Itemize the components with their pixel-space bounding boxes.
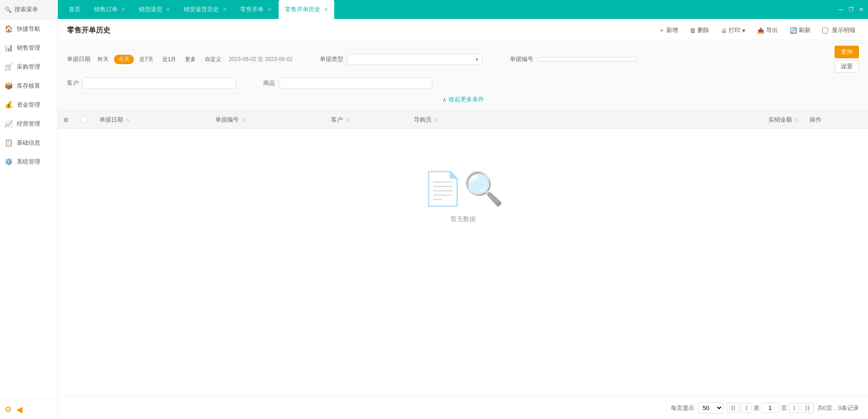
page-prefix-label: 第 bbox=[754, 404, 759, 412]
tab-retail-history[interactable]: 零售开单历史 ✕ bbox=[279, 0, 334, 19]
empty-state: 📄🔍 暂无数据 bbox=[63, 133, 863, 259]
sidebar-item-system[interactable]: ⚙️ 系统管理 bbox=[0, 152, 57, 171]
sort-guide-icon[interactable]: ⇅ bbox=[434, 117, 438, 122]
page-suffix-label: 页 bbox=[781, 404, 787, 412]
sort-actual-amount-icon[interactable]: ⇅ bbox=[795, 117, 799, 122]
collapse-more-button[interactable]: ∧ 收起更多条件 bbox=[442, 95, 484, 104]
settings-button[interactable]: 设置 bbox=[835, 60, 859, 73]
date-btn-today[interactable]: 今天 bbox=[114, 55, 134, 64]
sidebar: 🔍 搜索菜单 🏠 快捷导航 📊 销售管理 🛒 采购管理 📦 库存核算 💰 资金管… bbox=[0, 0, 58, 419]
date-filter: 单据日期 昨天 今天 近7天 近1月 更多 自定义 2023-06-02 至 2… bbox=[67, 55, 293, 64]
tab-retail-open-label: 零售开单 bbox=[240, 5, 264, 14]
export-label: 导出 bbox=[766, 26, 778, 34]
minimize-button[interactable]: — bbox=[838, 6, 843, 13]
sort-date-icon[interactable]: ⇅ bbox=[126, 117, 130, 122]
add-button[interactable]: ＋ 新增 bbox=[655, 24, 682, 36]
tab-retail-open-close[interactable]: ✕ bbox=[267, 7, 271, 13]
th-operation: 操作 bbox=[804, 111, 868, 129]
first-page-button[interactable]: ⟨⟨ bbox=[727, 403, 740, 413]
page-header: 零售开单历史 ＋ 新增 🗑 删除 🖨 打印 ▾ 📤 导出 bbox=[58, 19, 868, 40]
next-page-button[interactable]: ⟩ bbox=[789, 403, 799, 413]
tab-home[interactable]: 首页 bbox=[62, 0, 87, 19]
tab-sales-return-close[interactable]: ✕ bbox=[166, 7, 170, 13]
print-dropdown-icon[interactable]: ▾ bbox=[742, 27, 745, 34]
restore-button[interactable]: ❐ bbox=[849, 6, 854, 13]
header-actions: ＋ 新增 🗑 删除 🖨 打印 ▾ 📤 导出 🔄 bbox=[655, 24, 859, 36]
sales-icon: 📊 bbox=[5, 44, 13, 52]
collapse-sidebar-button[interactable]: ◀ bbox=[16, 405, 23, 414]
th-actual-amount-label: 实销金额 bbox=[768, 116, 792, 123]
table-header: ⚙ 单据日期 ⇅ 单据编号 ⇅ bbox=[58, 111, 868, 129]
th-date: 单据日期 ⇅ bbox=[94, 111, 210, 129]
sidebar-item-sales-mgmt[interactable]: 📊 销售管理 bbox=[0, 38, 57, 57]
th-actual-amount: 实销金额 ⇅ bbox=[688, 111, 804, 129]
per-page-select[interactable]: 50 10 20 100 bbox=[698, 402, 723, 414]
tab-sales-order[interactable]: 销售订单 ✕ bbox=[88, 0, 132, 19]
sidebar-item-label: 库存核算 bbox=[17, 82, 40, 90]
order-no-input[interactable] bbox=[537, 57, 636, 61]
empty-state-row: 📄🔍 暂无数据 bbox=[58, 129, 868, 264]
sidebar-item-operations[interactable]: 📈 经营管理 bbox=[0, 114, 57, 133]
order-type-select[interactable]: ▾ bbox=[347, 54, 483, 65]
delete-label: 删除 bbox=[697, 26, 709, 34]
filter-row-1: 单据日期 昨天 今天 近7天 近1月 更多 自定义 2023-06-02 至 2… bbox=[67, 46, 859, 73]
product-input[interactable]: ... bbox=[279, 77, 432, 89]
refresh-icon: 🔄 bbox=[790, 27, 797, 34]
tab-home-label: 首页 bbox=[69, 5, 81, 14]
customer-label: 客户 bbox=[67, 79, 79, 87]
date-btn-yesterday[interactable]: 昨天 bbox=[94, 55, 112, 64]
content-area: 零售开单历史 ＋ 新增 🗑 删除 🖨 打印 ▾ 📤 导出 bbox=[58, 19, 868, 419]
query-button[interactable]: 查询 bbox=[835, 46, 859, 58]
th-settings: ⚙ bbox=[58, 111, 76, 129]
last-page-button[interactable]: ⟩⟩ bbox=[801, 403, 814, 413]
tab-sales-return-history[interactable]: 销货退货历史 ✕ bbox=[177, 0, 233, 19]
date-btn-more[interactable]: 更多 bbox=[181, 55, 199, 64]
date-btn-last7[interactable]: 近7天 bbox=[136, 55, 157, 64]
sidebar-item-label: 经营管理 bbox=[17, 120, 40, 128]
table-settings-icon[interactable]: ⚙ bbox=[63, 117, 69, 123]
collapse-row: ∧ 收起更多条件 bbox=[67, 93, 859, 105]
th-order-no-label: 单据编号 bbox=[215, 116, 239, 123]
sort-order-no-icon[interactable]: ⇅ bbox=[242, 117, 246, 122]
tab-sales-return[interactable]: 销货退货 ✕ bbox=[133, 0, 176, 19]
print-button[interactable]: 🖨 打印 ▾ bbox=[717, 24, 749, 36]
display-detail-toggle[interactable]: 显示明细 bbox=[819, 24, 859, 36]
close-button[interactable]: ✕ bbox=[859, 6, 863, 13]
delete-button[interactable]: 🗑 删除 bbox=[686, 24, 713, 36]
date-shortcuts: 昨天 今天 近7天 近1月 更多 自定义 bbox=[94, 55, 225, 64]
sidebar-item-basic-info[interactable]: 📋 基础信息 bbox=[0, 133, 57, 152]
settings-bottom-button[interactable]: ⚙ bbox=[5, 405, 12, 414]
th-customer: 客户 ⇅ bbox=[326, 111, 408, 129]
refresh-button[interactable]: 🔄 刷新 bbox=[786, 24, 814, 36]
page-title: 零售开单历史 bbox=[67, 26, 110, 35]
date-btn-last-month[interactable]: 近1月 bbox=[159, 55, 180, 64]
customer-input[interactable]: ... bbox=[82, 77, 236, 89]
sort-customer-icon[interactable]: ⇅ bbox=[346, 117, 350, 122]
main-area: 首页 销售订单 ✕ 销货退货 ✕ 销货退货历史 ✕ 零售开单 ✕ 零售开单历史 … bbox=[58, 0, 868, 419]
export-button[interactable]: 📤 导出 bbox=[754, 24, 782, 36]
sidebar-search-label: 搜索菜单 bbox=[14, 5, 38, 14]
sidebar-item-finance[interactable]: 💰 资金管理 bbox=[0, 95, 57, 114]
prev-page-button[interactable]: ⟨ bbox=[741, 403, 752, 413]
date-label: 单据日期 bbox=[67, 55, 90, 63]
sidebar-search[interactable]: 🔍 搜索菜单 bbox=[0, 0, 57, 19]
sidebar-item-label: 资金管理 bbox=[17, 101, 40, 109]
display-detail-checkbox[interactable] bbox=[822, 28, 828, 33]
data-table: ⚙ 单据日期 ⇅ 单据编号 ⇅ bbox=[58, 111, 868, 264]
sidebar-item-inventory[interactable]: 📦 库存核算 bbox=[0, 76, 57, 95]
date-btn-custom[interactable]: 自定义 bbox=[201, 55, 225, 64]
tab-retail-history-close[interactable]: ✕ bbox=[324, 7, 328, 13]
tab-sales-return-history-close[interactable]: ✕ bbox=[223, 7, 227, 13]
per-page-label: 每页显示 bbox=[671, 404, 694, 412]
order-type-label: 单据类型 bbox=[320, 55, 343, 63]
page-number-input[interactable] bbox=[761, 403, 779, 413]
add-label: 新增 bbox=[666, 26, 678, 34]
table-header-row: ⚙ 单据日期 ⇅ 单据编号 ⇅ bbox=[58, 111, 868, 129]
sidebar-item-label: 基础信息 bbox=[17, 139, 40, 147]
table-body: 📄🔍 暂无数据 bbox=[58, 129, 868, 264]
tab-retail-open[interactable]: 零售开单 ✕ bbox=[234, 0, 278, 19]
sidebar-item-purchase-mgmt[interactable]: 🛒 采购管理 bbox=[0, 57, 57, 76]
tab-sales-order-close[interactable]: ✕ bbox=[121, 7, 125, 13]
sidebar-item-quick-nav[interactable]: 🏠 快捷导航 bbox=[0, 19, 57, 38]
select-all-checkbox[interactable] bbox=[81, 116, 88, 122]
